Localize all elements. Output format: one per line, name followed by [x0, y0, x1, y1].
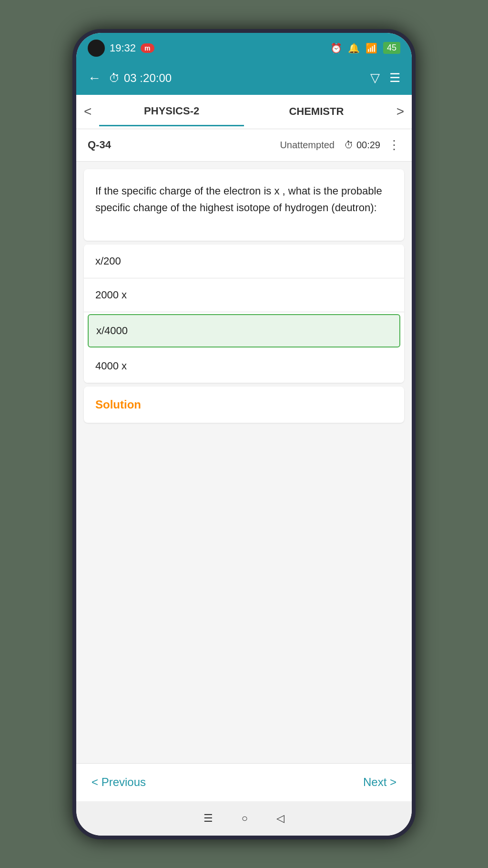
- nav-bar: ← ⏱ 03 :20:00 ▽ ☰: [76, 61, 412, 95]
- previous-button[interactable]: < Previous: [92, 776, 146, 789]
- option-c[interactable]: x/4000: [88, 314, 400, 347]
- option-b[interactable]: 2000 x: [84, 278, 404, 312]
- signal-icon: 📶: [366, 42, 377, 54]
- question-status: Unattempted: [280, 140, 335, 151]
- solution-label[interactable]: Solution: [95, 398, 141, 411]
- question-area: Q-34 Unattempted ⏱ 00:29 ⋮ If the specif…: [76, 129, 412, 763]
- status-time: 19:32: [110, 42, 136, 54]
- timer-icon: ⏱: [109, 71, 120, 85]
- question-text: If the specific charge of the electron i…: [95, 183, 393, 216]
- filter-icon[interactable]: ▽: [370, 71, 380, 85]
- android-back-btn[interactable]: ◁: [276, 812, 285, 825]
- clock-icon: ⏱: [344, 140, 354, 151]
- bottom-nav: < Previous Next >: [76, 763, 412, 801]
- question-timer: ⏱ 00:29: [344, 140, 380, 151]
- status-right: ⏰ 🔔 📶 45: [330, 42, 400, 54]
- alarm-icon: ⏰: [330, 42, 342, 54]
- subject-next-arrow[interactable]: >: [389, 104, 412, 119]
- timer-display: 03 :20:00: [124, 71, 172, 85]
- question-number: Q-34: [88, 139, 111, 151]
- battery-indicator: 45: [383, 42, 400, 54]
- question-header: Q-34 Unattempted ⏱ 00:29 ⋮: [76, 129, 412, 162]
- status-bar: 19:32 m ⏰ 🔔 📶 45: [76, 33, 412, 61]
- solution-area: Solution: [84, 387, 404, 423]
- more-options-icon[interactable]: ⋮: [388, 138, 400, 153]
- status-left: 19:32 m: [88, 40, 154, 57]
- android-menu-btn[interactable]: ☰: [203, 812, 213, 825]
- tab-chemistry[interactable]: CHEMISTR: [244, 98, 389, 125]
- options-container: x/200 2000 x x/4000 4000 x: [84, 245, 404, 383]
- subject-prev-arrow[interactable]: <: [76, 104, 99, 119]
- previous-label: < Previous: [92, 776, 146, 789]
- android-home-btn[interactable]: ○: [242, 812, 248, 825]
- next-button[interactable]: Next >: [363, 776, 396, 789]
- phone-frame: 19:32 m ⏰ 🔔 📶 45 ← ⏱ 03 :20:00 ▽ ☰ < PHY…: [72, 29, 416, 839]
- option-a[interactable]: x/200: [84, 245, 404, 278]
- option-d[interactable]: 4000 x: [84, 349, 404, 383]
- next-label: Next >: [363, 776, 396, 789]
- menu-icon[interactable]: ☰: [389, 71, 400, 85]
- camera-dot: [88, 40, 105, 57]
- back-button[interactable]: ←: [88, 71, 101, 86]
- android-nav: ☰ ○ ◁: [76, 801, 412, 836]
- nav-right-icons: ▽ ☰: [370, 71, 400, 85]
- question-content: If the specific charge of the electron i…: [84, 169, 404, 241]
- tab-physics[interactable]: PHYSICS-2: [99, 97, 244, 126]
- notification-icon: 🔔: [348, 42, 360, 54]
- phone-screen: 19:32 m ⏰ 🔔 📶 45 ← ⏱ 03 :20:00 ▽ ☰ < PHY…: [76, 33, 412, 836]
- mail-badge: m: [141, 43, 154, 53]
- subject-tabs: < PHYSICS-2 CHEMISTR >: [76, 95, 412, 129]
- timer-value: 00:29: [356, 140, 380, 151]
